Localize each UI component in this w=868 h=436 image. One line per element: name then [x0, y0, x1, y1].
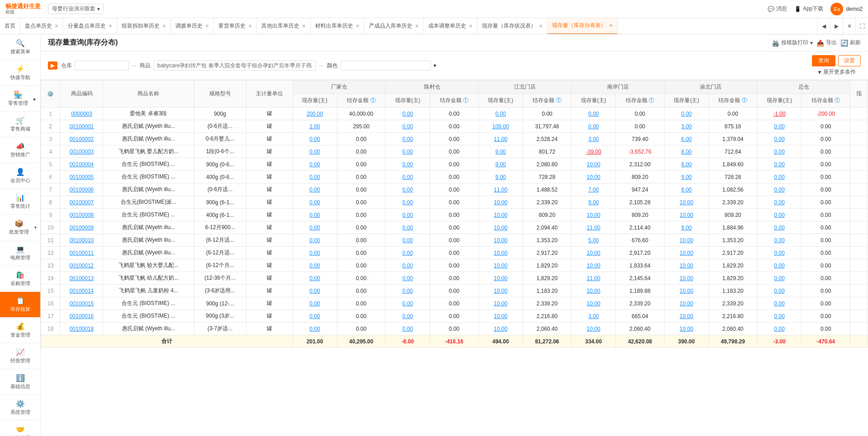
table-cell[interactable]: 0.00 [757, 183, 802, 196]
table-cell[interactable]: 10.00 [571, 209, 616, 221]
table-cell[interactable]: 10.00 [664, 196, 708, 209]
table-cell[interactable]: 10.00 [478, 259, 523, 272]
table-cell[interactable]: 9.00 [664, 171, 708, 183]
table-cell[interactable]: 0.00 [386, 158, 430, 171]
warehouse-dots[interactable]: ··· [132, 62, 136, 69]
table-cell[interactable]: 1.00 [292, 120, 337, 133]
table-cell[interactable]: 0.00 [292, 247, 337, 259]
sidebar-item-retail-stats[interactable]: 📊 零售统计 [0, 189, 40, 215]
table-cell[interactable]: 8.00 [664, 183, 708, 196]
th-settings[interactable]: ⚙️ [41, 80, 61, 108]
table-cell[interactable]: 10.00 [571, 323, 616, 335]
table-cell[interactable]: 10.00 [571, 259, 616, 272]
refresh-btn[interactable]: 🔄 刷新 [840, 39, 861, 47]
sidebar-item-finance[interactable]: 💰 资金管理 [0, 318, 40, 343]
tab-close-icon[interactable]: ✕ [415, 23, 419, 28]
industry-select[interactable]: 母婴行业演示陈套 ▾ [48, 4, 104, 14]
table-cell[interactable]: 00100004 [60, 158, 103, 171]
table-cell[interactable]: 0.00 [386, 183, 430, 196]
table-cell[interactable]: 0.00 [757, 285, 802, 297]
table-cell[interactable]: 10.00 [571, 158, 616, 171]
table-cell[interactable]: 10.00 [664, 285, 708, 297]
table-cell[interactable]: 10.00 [664, 209, 708, 221]
table-cell[interactable]: -39.00 [571, 145, 616, 158]
table-cell[interactable]: 0.00 [757, 247, 802, 259]
table-cell[interactable]: 10.00 [664, 259, 708, 272]
table-cell[interactable]: 0.00 [292, 259, 337, 272]
table-cell[interactable]: 0.00 [386, 247, 430, 259]
table-cell[interactable]: 00100006 [60, 183, 103, 196]
tab-assemble[interactable]: 组装拆卸单历史 ✕ [117, 18, 171, 34]
app-download-btn[interactable]: 📱 App下载 [794, 5, 823, 13]
table-cell[interactable]: 11.00 [571, 221, 616, 234]
sidebar-item-inventory[interactable]: 📋 库存核算 [0, 292, 40, 318]
table-cell[interactable]: 10.00 [664, 323, 708, 335]
table-cell[interactable]: 10.00 [478, 323, 523, 335]
tab-close-all-btn[interactable]: ✕ [843, 18, 855, 34]
table-cell[interactable]: 9.00 [478, 145, 523, 158]
table-cell[interactable]: 10.00 [478, 310, 523, 323]
table-cell[interactable]: 0.00 [386, 234, 430, 247]
table-cell[interactable]: 9.00 [664, 221, 708, 234]
table-cell[interactable]: 0.00 [292, 297, 337, 310]
tab-stock-dist[interactable]: 现存量（库存分布表） ✕ [547, 18, 618, 34]
filter-expand-btn[interactable]: ▶ [48, 61, 57, 70]
table-cell[interactable]: 0.00 [571, 120, 616, 133]
sidebar-item-retail-store[interactable]: 🛒 零售商城 [0, 112, 40, 137]
table-cell[interactable]: 0.00 [386, 145, 430, 158]
table-cell[interactable]: 10.00 [664, 234, 708, 247]
tab-fullscreen-btn[interactable]: ⛶ [855, 18, 868, 34]
tab-close-icon[interactable]: ✕ [205, 23, 209, 28]
table-cell[interactable]: 0.00 [571, 108, 616, 120]
tab-close-icon[interactable]: ✕ [609, 23, 613, 28]
tab-stocktake[interactable]: 盘点单历史 ✕ [20, 18, 63, 34]
table-cell[interactable]: 8.00 [664, 145, 708, 158]
table-cell[interactable]: 0.00 [386, 133, 430, 145]
table-cell[interactable]: 00100008 [60, 209, 103, 221]
tab-material-out[interactable]: 材料出库单历史 ✕ [311, 18, 364, 34]
table-cell[interactable]: 0.00 [757, 133, 802, 145]
table-cell[interactable]: 5.00 [571, 234, 616, 247]
tab-close-icon[interactable]: ✕ [356, 23, 359, 28]
tab-split-stocktake[interactable]: 分量盘点单历史 ✕ [63, 18, 117, 34]
query-btn[interactable]: 查询 [812, 55, 835, 66]
table-cell[interactable]: 00100007 [60, 196, 103, 209]
tab-requisition[interactable]: 要货单历史 ✕ [214, 18, 257, 34]
tab-cost-adjust[interactable]: 成本调整单历史 ✕ [424, 18, 477, 34]
table-cell[interactable]: -1.00 [757, 108, 802, 120]
tab-product-in[interactable]: 产成品入库单历史 ✕ [364, 18, 424, 34]
table-cell[interactable]: 3.00 [664, 120, 708, 133]
table-cell[interactable]: 0.00 [292, 310, 337, 323]
table-cell[interactable]: 6.00 [664, 133, 708, 145]
table-cell[interactable]: 0.00 [292, 209, 337, 221]
sidebar-item-ecommerce[interactable]: 💻 电商管理 [0, 240, 40, 266]
table-cell[interactable]: 00100016 [60, 310, 103, 323]
table-cell[interactable]: 10.00 [664, 297, 708, 310]
table-cell[interactable]: 10.00 [478, 285, 523, 297]
sidebar-item-retail-mgmt[interactable]: 🏪 零售管理 ▲ [0, 86, 40, 112]
table-cell[interactable]: 0.00 [292, 145, 337, 158]
tab-prev-btn[interactable]: ◀ [817, 18, 830, 34]
table-cell[interactable]: 0.00 [757, 259, 802, 272]
table-cell[interactable]: 11.00 [571, 272, 616, 285]
table-cell[interactable]: 0.00 [386, 310, 430, 323]
tab-close-icon[interactable]: ✕ [55, 23, 58, 28]
sidebar-item-marketing[interactable]: 📣 营销推广 [0, 137, 40, 163]
table-cell[interactable]: 0.00 [664, 108, 708, 120]
table-cell[interactable]: 10.00 [478, 272, 523, 285]
tab-close-icon[interactable]: ✕ [162, 23, 166, 28]
table-cell[interactable]: 0.00 [757, 297, 802, 310]
table-cell[interactable]: 0.00 [386, 171, 430, 183]
table-cell[interactable]: 0.00 [757, 209, 802, 221]
table-cell[interactable]: 0.00 [757, 323, 802, 335]
tab-close-icon[interactable]: ✕ [248, 23, 252, 28]
tab-home[interactable]: 首页 [0, 18, 20, 34]
table-cell[interactable]: 00100013 [60, 272, 103, 285]
settings-btn[interactable]: 设置 [838, 55, 861, 66]
table-cell[interactable]: 11.00 [478, 183, 523, 196]
table-cell[interactable]: 10.00 [664, 272, 708, 285]
tab-stock-status[interactable]: 现存量（库存状况表） ✕ [477, 18, 547, 34]
table-cell[interactable]: 0.00 [757, 196, 802, 209]
table-cell[interactable]: 0.00 [292, 234, 337, 247]
table-cell[interactable]: 00100003 [60, 145, 103, 158]
